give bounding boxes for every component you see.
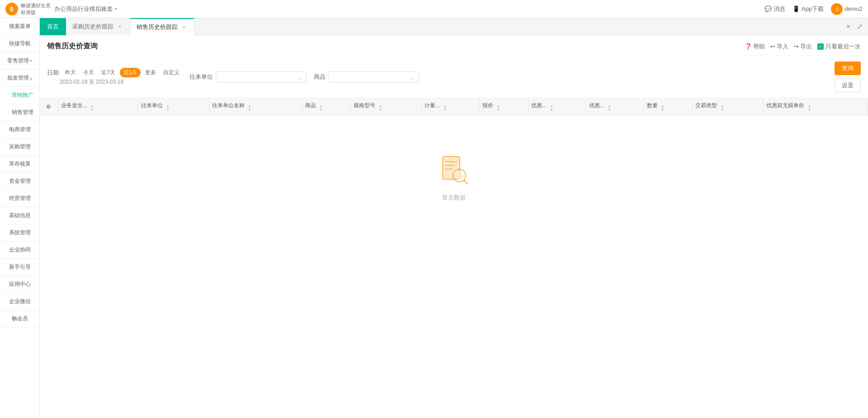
import-button[interactable]: ↩ 导入 (770, 43, 788, 51)
sidebar: 搜索菜单 快捷导航 零售管理 ▾ 批发管理 ▴ 营销推广 销售管理 电商管理 (0, 18, 40, 418)
top-bar: 6 畅捷通好生意 标准版 办公用品行业模拟账套 ▾ 💬 消息 📱 App下载 (0, 0, 868, 18)
help-icon: ❓ (745, 43, 752, 50)
tab-close-icon[interactable]: × (116, 23, 123, 30)
tab-home[interactable]: 首页 (40, 18, 66, 35)
settings-button[interactable]: 设置 (835, 79, 861, 92)
logo-letter: 6 (10, 5, 14, 13)
product-dots: ... (410, 74, 415, 81)
sidebar-item-sales[interactable]: 销售管理 (0, 104, 39, 121)
sidebar-item-quicknav[interactable]: 快捷导航 (0, 35, 39, 52)
product-input[interactable]: ... (328, 71, 419, 83)
sidebar-item-label: 搜索菜单 (9, 23, 31, 30)
date-btn-yesterday[interactable]: 昨天 (62, 68, 79, 77)
user-menu[interactable]: d demo2 (831, 3, 863, 15)
col-date[interactable]: 业务发生... ▲▼ (58, 98, 138, 116)
col-partner-code[interactable]: 往来单位 ▲▼ (138, 98, 209, 116)
page-title: 销售历史价查询 (47, 42, 98, 51)
tab-bar: 首页 采购历史价跟踪 × 销售历史价跟踪 × × ⤢ (40, 18, 868, 35)
col-pretax-price[interactable]: 优惠前无税单价 ▲▼ (764, 98, 868, 116)
export-button[interactable]: ↪ 导出 (794, 43, 812, 51)
tab-sales-history[interactable]: 销售历史价跟踪 × (130, 18, 194, 35)
query-button[interactable]: 查询 (835, 62, 861, 75)
sidebar-item-marketing[interactable]: 营销推广 (0, 87, 39, 104)
content-area: 首页 采购历史价跟踪 × 销售历史价跟踪 × × ⤢ (40, 18, 868, 418)
svg-rect-2 (445, 165, 455, 166)
col-trade-type[interactable]: 交易类型 ▲▼ (693, 98, 764, 116)
empty-text: 暂无数据 (442, 194, 466, 202)
sidebar-item-wholesale[interactable]: 批发管理 ▴ (0, 70, 39, 87)
sidebar-item-system[interactable]: 系统管理 (0, 224, 39, 242)
sidebar-item-enterprise[interactable]: 企业协同 (0, 242, 39, 259)
breadcrumb: 办公用品行业模拟账套 ▾ (54, 5, 117, 13)
col-discount1[interactable]: 优惠... ▲▼ (528, 98, 586, 116)
only-last-checkbox[interactable]: ✓ 只看最后一次 (817, 43, 861, 51)
col-spec[interactable]: 规格型号 ▲▼ (351, 98, 422, 116)
date-btn-more[interactable]: 更多 (142, 68, 159, 77)
sort-icon: ▲▼ (807, 104, 811, 112)
date-btn-custom[interactable]: 自定义 (160, 68, 182, 77)
tab-close-icon[interactable]: × (180, 24, 188, 31)
date-filters: 昨天 今天 近7天 近1月 更多 自定义 (62, 68, 182, 77)
sidebar-item-basic-info[interactable]: 基础信息 (0, 207, 39, 224)
maximize-button[interactable]: ⤢ (855, 20, 864, 33)
app-download-button[interactable]: 📱 App下载 (793, 5, 824, 13)
message-button[interactable]: 💬 消息 (764, 5, 785, 13)
top-bar-right: 💬 消息 📱 App下载 d demo2 (764, 3, 863, 15)
sidebar-item-label: 销售管理 (12, 109, 33, 116)
col-product[interactable]: 商品 ▲▼ (302, 98, 350, 116)
data-table: ⚙ 业务发生... ▲▼ 往来单位 (40, 98, 868, 116)
sidebar-item-ecommerce[interactable]: 电商管理 (0, 121, 39, 138)
table-header: ⚙ 业务发生... ▲▼ 往来单位 (40, 98, 868, 116)
sidebar-item-label: 经营管理 (9, 195, 31, 202)
sidebar-item-guide[interactable]: 新手引导 (0, 259, 39, 276)
sidebar-item-management[interactable]: 经营管理 (0, 190, 39, 207)
sidebar-item-search[interactable]: 搜索菜单 (0, 18, 39, 35)
sidebar-item-label: 资金管理 (9, 177, 31, 185)
col-discount2[interactable]: 优惠... ▲▼ (586, 98, 644, 116)
results-table: ⚙ 业务发生... ▲▼ 往来单位 (40, 98, 868, 116)
date-label: 日期 (47, 69, 59, 77)
date-btn-1month[interactable]: 近1月 (120, 68, 141, 77)
partner-field[interactable] (220, 74, 296, 81)
partner-search-group: 往来单位 ... (189, 71, 307, 83)
tab-purchase-history[interactable]: 采购历史价跟踪 × (66, 18, 130, 35)
partner-input[interactable]: ... (216, 71, 307, 83)
sidebar-item-purchase[interactable]: 采购管理 (0, 138, 39, 156)
sidebar-item-inventory[interactable]: 库存核算 (0, 156, 39, 173)
svg-line-6 (464, 180, 467, 184)
logo-area: 6 畅捷通好生意 标准版 (5, 2, 51, 15)
breadcrumb-dropdown-icon[interactable]: ▾ (115, 6, 117, 11)
date-btn-7days[interactable]: 近7天 (99, 68, 118, 77)
page-content: 销售历史价查询 ❓ 帮助 ↩ 导入 ↪ 导出 (40, 35, 868, 418)
sort-icon: ▲▼ (379, 104, 382, 112)
col-partner-name[interactable]: 往来单位名称 ▲▼ (209, 98, 302, 116)
sidebar-item-label: 应用中心 (9, 280, 31, 288)
sidebar-item-label: 零售管理 (7, 57, 29, 65)
empty-illustration (436, 152, 472, 188)
top-bar-left: 6 畅捷通好生意 标准版 办公用品行业模拟账套 ▾ (5, 2, 117, 15)
chevron-up-icon: ▴ (30, 76, 32, 81)
sidebar-item-retail[interactable]: 零售管理 ▾ (0, 52, 39, 70)
date-btn-today[interactable]: 今天 (80, 68, 97, 77)
sidebar-item-label: 电商管理 (9, 126, 31, 133)
sidebar-item-finance[interactable]: 资金管理 (0, 173, 39, 190)
col-qty[interactable]: 数量 ▲▼ (644, 98, 692, 116)
help-button[interactable]: ❓ 帮助 (745, 43, 765, 51)
sidebar-item-label: 企业协同 (9, 246, 31, 254)
col-price[interactable]: 报价 ▲▼ (480, 98, 528, 116)
col-settings[interactable]: ⚙ (40, 98, 58, 116)
sort-icon: ▲▼ (319, 104, 323, 112)
sidebar-item-apps[interactable]: 应用中心 (0, 276, 39, 293)
product-field[interactable] (332, 74, 408, 81)
tab-actions: × ⤢ (844, 20, 868, 33)
sidebar-item-label: 采购管理 (9, 143, 31, 151)
sort-icon: ▲▼ (721, 104, 724, 112)
chevron-down-icon: ▾ (30, 58, 32, 63)
sidebar-item-label: 新手引导 (9, 263, 31, 271)
close-tab-button[interactable]: × (844, 21, 852, 33)
download-icon: 📱 (793, 5, 800, 12)
logo-icon: 6 (5, 3, 18, 15)
sidebar-item-wechat[interactable]: 企业微信 (0, 293, 39, 310)
sidebar-item-member[interactable]: 畅会员 (0, 310, 39, 328)
col-unit[interactable]: 计量... ▲▼ (422, 98, 480, 116)
